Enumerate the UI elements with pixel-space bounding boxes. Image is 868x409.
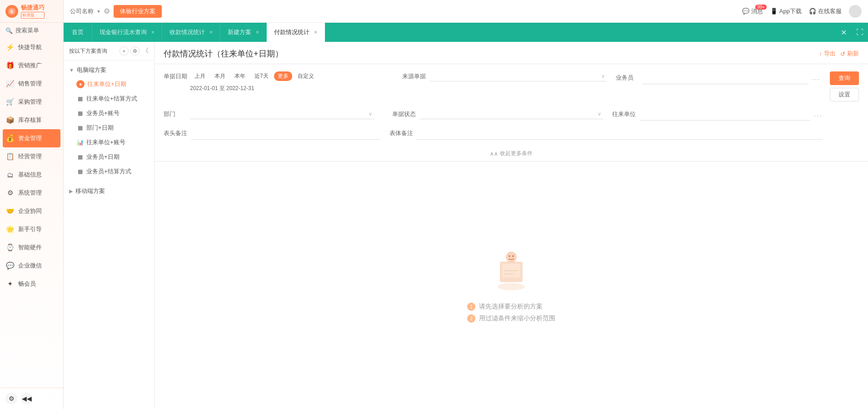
add-scheme-btn[interactable]: + — [120, 46, 129, 56]
mobile-group-arrow: ▶ — [69, 188, 73, 194]
partner-input[interactable] — [639, 108, 810, 121]
this-month-btn[interactable]: 本月 — [211, 71, 229, 81]
sidebar-item-marketing[interactable]: 🎁 营销推广 — [0, 56, 63, 75]
search-menu-label: 搜索菜单 — [15, 26, 39, 35]
sidebar-item-basicinfo[interactable]: 🗂 基础信息 — [0, 166, 63, 184]
settings-bottom-btn[interactable]: ⚙ — [5, 393, 17, 404]
payment-tab-close[interactable]: × — [314, 29, 317, 35]
more-date-btn[interactable]: 更多 — [274, 71, 292, 81]
sidebar-item-operations[interactable]: 📋 经营管理 — [0, 147, 63, 166]
tip-text-2: 用过滤条件来缩小分析范围 — [479, 314, 555, 323]
trial-button[interactable]: 体验行业方案 — [114, 5, 162, 18]
filter-container: 单据日期 上月 本月 本年 近7天 更多 自定义 2022 — [155, 64, 868, 146]
salesman-input[interactable] — [642, 71, 808, 84]
search-icon: 🔍 — [5, 27, 13, 34]
online-service-label: 在线客服 — [818, 7, 842, 15]
app-download-action[interactable]: 📱 App下载 — [770, 7, 802, 15]
wechat-icon: 💬 — [5, 261, 15, 270]
source-select-arrow: ∨ — [601, 73, 605, 79]
svg-point-7 — [512, 255, 514, 257]
last-7days-btn[interactable]: 近7天 — [251, 71, 272, 81]
marketing-label: 营销推广 — [18, 61, 42, 70]
online-service-action[interactable]: 🎧 在线客服 — [809, 7, 842, 15]
desktop-scheme-group-title[interactable]: ▼ 电脑端方案 — [64, 63, 154, 77]
salesman-date-icon: ▦ — [76, 153, 84, 161]
user-avatar[interactable] — [849, 5, 862, 18]
dept-select[interactable]: ∨ — [190, 109, 374, 119]
bank-tab-label: 现金银行流水查询 — [100, 28, 147, 36]
scheme-item-partner-account[interactable]: 📊 往来单位+账号 — [64, 135, 154, 150]
tab-home[interactable]: 首页 — [64, 23, 92, 42]
salesman-ellipsis-btn[interactable]: ... — [812, 74, 821, 82]
partner-settle-icon: ▦ — [76, 95, 84, 102]
sidebar-item-member[interactable]: ✦ 畅会员 — [0, 275, 63, 293]
collapse-scheme-panel-btn[interactable]: 《 — [142, 47, 149, 55]
tab-payment[interactable]: 付款情况统计 × — [267, 23, 325, 42]
receipt-tab-close[interactable]: × — [210, 29, 213, 35]
scheme-item-salesman-date[interactable]: ▦ 业务员+日期 — [64, 150, 154, 164]
search-menu[interactable]: 🔍 搜索菜单 — [0, 23, 63, 38]
filter-bottom-bar: ∧∧ 收起更多条件 — [155, 146, 868, 162]
sidebar-item-quicknav[interactable]: ⚡ 快捷导航 — [0, 38, 63, 56]
dept-filter-label: 部门 — [164, 110, 186, 118]
scheme-item-salesman-account[interactable]: ▦ 业务员+账号 — [64, 106, 154, 121]
partner-ellipsis-btn[interactable]: ... — [814, 110, 823, 118]
close-all-tabs-btn[interactable]: ✕ — [835, 23, 852, 42]
query-button[interactable]: 查询 — [830, 71, 859, 85]
last-month-btn[interactable]: 上月 — [191, 71, 209, 81]
svg-point-6 — [509, 255, 510, 257]
scheme-item-dept-date[interactable]: ▦ 部门+日期 — [64, 121, 154, 135]
maximize-btn[interactable]: ⛶ — [852, 23, 868, 42]
sidebar-item-finance[interactable]: 💰 资金管理 — [3, 129, 60, 147]
sidebar-item-guide[interactable]: 🌟 新手引导 — [0, 220, 63, 238]
partner-settle-label: 往来单位+结算方式 — [86, 95, 137, 103]
collapse-sidebar-btn[interactable]: ◀◀ — [21, 393, 33, 404]
scheme-item-salesman-settle[interactable]: ▦ 业务员+结算方式 — [64, 164, 154, 179]
this-year-btn[interactable]: 本年 — [231, 71, 249, 81]
company-name: 公司名称 — [70, 7, 94, 15]
mobile-scheme-group: ▶ 移动端方案 — [64, 182, 154, 201]
sidebar-item-sales[interactable]: 📈 销售管理 — [0, 75, 63, 93]
body-note-input[interactable] — [417, 127, 823, 140]
export-btn[interactable]: ↑ 导出 — [819, 50, 836, 58]
voucher-status-filter: 单据状态 ∨ — [383, 109, 612, 119]
basicinfo-icon: 🗂 — [5, 170, 15, 179]
sidebar-item-hardware[interactable]: ⌚ 智能硬件 — [0, 238, 63, 257]
header-note-input[interactable] — [191, 127, 380, 140]
company-settings-icon[interactable]: ⚙ — [104, 7, 110, 15]
sidebar-item-wechat[interactable]: 💬 企业微信 — [0, 257, 63, 275]
tab-bank[interactable]: 现金银行流水查询 × — [92, 23, 162, 42]
scheme-item-partner-settle[interactable]: ▦ 往来单位+结算方式 — [64, 91, 154, 106]
salesman-date-label: 业务员+日期 — [86, 153, 120, 161]
dept-date-label: 部门+日期 — [86, 124, 114, 132]
message-action[interactable]: 💬 消息 99+ — [742, 7, 763, 15]
body-note-label: 表体备注 — [389, 129, 413, 137]
sidebar-nav: ⚡ 快捷导航 🎁 营销推广 📈 销售管理 🛒 采购管理 📦 库存核算 💰 — [0, 38, 63, 388]
sales-label: 销售管理 — [18, 80, 42, 88]
mobile-scheme-group-title[interactable]: ▶ 移动端方案 — [64, 184, 154, 198]
scheme-setting-btn[interactable]: ⚙ — [130, 46, 140, 56]
tab-receipt[interactable]: 收款情况统计 × — [162, 23, 220, 42]
top-bar-right: 💬 消息 99+ 📱 App下载 🎧 在线客服 — [742, 5, 862, 18]
sidebar-item-system[interactable]: ⚙ 系统管理 — [0, 184, 63, 202]
sidebar-item-purchase[interactable]: 🛒 采购管理 — [0, 93, 63, 111]
date-filter-area: 单据日期 上月 本月 本年 近7天 更多 自定义 2022 — [164, 71, 393, 92]
refresh-btn[interactable]: ↺ 刷新 — [840, 50, 859, 58]
voucher-status-select[interactable]: ∨ — [419, 109, 603, 119]
setting-button[interactable]: 设置 — [830, 88, 859, 101]
dept-date-icon: ▦ — [76, 124, 84, 131]
sidebar-item-inventory[interactable]: 📦 库存核算 — [0, 111, 63, 129]
tab-new-scheme[interactable]: 新建方案 × — [220, 23, 267, 42]
source-select[interactable]: ∨ — [429, 71, 607, 81]
message-badge: 99+ — [755, 5, 767, 10]
custom-date-btn[interactable]: 自定义 — [294, 71, 318, 81]
tab-bar: 首页 现金银行流水查询 × 收款情况统计 × 新建方案 × 付款情况统计 × ✕… — [64, 23, 868, 42]
collapse-trigger[interactable]: ∧∧ 收起更多条件 — [490, 150, 533, 157]
dept-filter: 部门 ∨ — [164, 109, 383, 119]
sidebar-item-enterprise[interactable]: 🤝 企业协同 — [0, 202, 63, 220]
bank-tab-close[interactable]: × — [151, 29, 155, 35]
new-scheme-tab-close[interactable]: × — [256, 29, 259, 35]
company-dropdown-arrow[interactable]: ▾ — [97, 8, 100, 15]
scheme-item-partner-date[interactable]: ● 往来单位+日期 — [64, 77, 154, 91]
inventory-icon: 📦 — [5, 116, 15, 125]
